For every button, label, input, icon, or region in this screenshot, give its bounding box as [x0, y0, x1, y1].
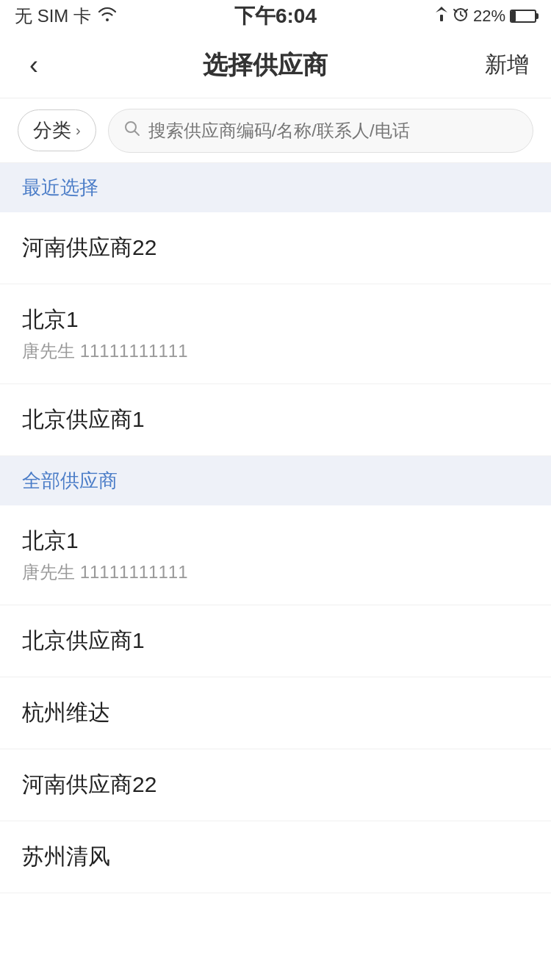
wifi-icon: [97, 6, 118, 26]
battery-icon: [510, 10, 536, 23]
item-name: 北京供应商1: [22, 405, 529, 435]
search-icon: [123, 120, 141, 142]
recent-section-header: 最近选择: [0, 163, 551, 212]
status-bar-time: 下午6:04: [234, 2, 317, 30]
recent-list: 河南供应商22北京1唐先生 11111111111北京供应商1: [0, 212, 551, 456]
list-item[interactable]: 北京供应商1: [0, 605, 551, 677]
item-sub: 唐先生 11111111111: [22, 561, 529, 584]
carrier-text: 无 SIM 卡: [15, 4, 91, 28]
all-section-label: 全部供应商: [22, 469, 118, 491]
chevron-right-icon: ›: [76, 122, 81, 139]
page-title: 选择供应商: [203, 48, 328, 82]
status-bar-right: 22%: [435, 6, 536, 26]
category-label: 分类: [33, 118, 71, 143]
item-name: 北京1: [22, 305, 529, 335]
item-name: 北京供应商1: [22, 626, 529, 656]
item-name: 杭州维达: [22, 698, 529, 728]
list-item[interactable]: 北京1唐先生 11111111111: [0, 284, 551, 384]
item-name: 河南供应商22: [22, 770, 529, 800]
list-item[interactable]: 杭州维达: [0, 677, 551, 749]
all-list: 北京1唐先生 11111111111北京供应商1杭州维达河南供应商22苏州清风: [0, 505, 551, 893]
alarm-icon: [453, 6, 469, 26]
battery-percent: 22%: [473, 7, 505, 26]
status-bar-left: 无 SIM 卡: [15, 4, 118, 28]
list-item[interactable]: 北京供应商1: [0, 384, 551, 456]
location-icon: [435, 6, 448, 26]
search-box[interactable]: [108, 109, 533, 153]
search-input[interactable]: [148, 120, 518, 141]
back-button[interactable]: ‹: [22, 43, 46, 88]
list-item[interactable]: 苏州清风: [0, 821, 551, 893]
recent-section-label: 最近选择: [22, 176, 98, 198]
list-item[interactable]: 河南供应商22: [0, 749, 551, 821]
filter-bar: 分类 ›: [0, 98, 551, 163]
item-sub: 唐先生 11111111111: [22, 339, 529, 363]
item-name: 河南供应商22: [22, 233, 529, 263]
item-name: 苏州清风: [22, 842, 529, 872]
all-section-header: 全部供应商: [0, 456, 551, 505]
svg-rect-0: [440, 15, 443, 21]
item-name: 北京1: [22, 526, 529, 556]
nav-bar: ‹ 选择供应商 新增: [0, 32, 551, 98]
list-item[interactable]: 北京1唐先生 11111111111: [0, 505, 551, 605]
list-item[interactable]: 河南供应商22: [0, 212, 551, 284]
add-button[interactable]: 新增: [485, 50, 529, 80]
status-bar: 无 SIM 卡 下午6:04 22%: [0, 0, 551, 32]
category-button[interactable]: 分类 ›: [18, 109, 96, 151]
